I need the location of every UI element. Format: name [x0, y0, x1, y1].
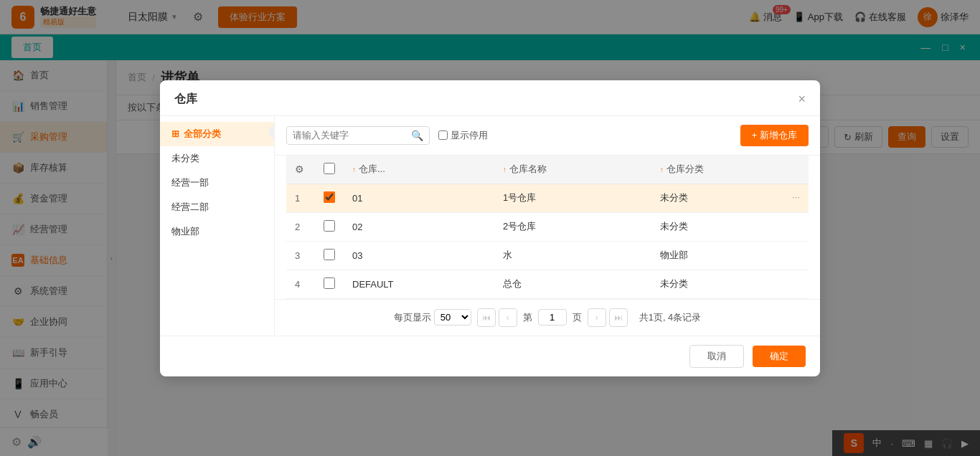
- row-category: 未分类: [651, 270, 809, 298]
- row-name: 总仓: [494, 270, 651, 298]
- row-category: 未分类: [651, 212, 809, 241]
- warehouse-toolbar: 🔍 显示停用 + 新增仓库: [275, 116, 820, 156]
- page-prefix: 第: [523, 311, 532, 324]
- last-page-button[interactable]: ⏭: [609, 308, 628, 327]
- table-header: ⚙ ↑ 仓库...: [286, 156, 809, 184]
- row-num: 3: [286, 241, 315, 270]
- dialog-body: 《 ⊞ 全部分类 未分类 经营一部 经营二部 物业部: [160, 116, 820, 336]
- prev-page-button[interactable]: ‹: [499, 308, 517, 327]
- search-input[interactable]: [293, 130, 407, 141]
- row-code: 03: [344, 241, 494, 270]
- category-label: 未分类: [171, 152, 199, 165]
- search-box[interactable]: 🔍: [286, 126, 430, 145]
- warehouse-table: ⚙ ↑ 仓库...: [286, 156, 809, 299]
- show-disabled-label: 显示停用: [451, 129, 488, 142]
- row-checkbox[interactable]: [324, 277, 335, 289]
- th-name-label: 仓库名称: [509, 163, 547, 176]
- per-page-label: 每页显示: [394, 311, 431, 324]
- page-nav: ⏮ ‹ 第 页 › ⏭: [477, 308, 628, 327]
- category-label: 全部分类: [184, 128, 221, 141]
- dialog-overlay: 仓库 × 《 ⊞ 全部分类 未分类 经营一部 经营二部: [0, 0, 980, 456]
- dialog-close-button[interactable]: ×: [798, 92, 806, 105]
- row-num: 4: [286, 270, 315, 298]
- sort-icon: ↑: [352, 166, 356, 174]
- page-size-select[interactable]: 每页显示 50 20 100: [394, 309, 471, 326]
- th-checkbox: [315, 156, 344, 184]
- page-unit: 页: [573, 311, 582, 324]
- category-item-all[interactable]: ⊞ 全部分类: [160, 122, 274, 146]
- per-page-dropdown[interactable]: 50 20 100: [434, 309, 471, 326]
- category-panel: 《 ⊞ 全部分类 未分类 经营一部 经营二部 物业部: [160, 116, 275, 336]
- row-category: 未分类···: [651, 184, 809, 212]
- row-checkbox-cell: [315, 270, 344, 298]
- add-warehouse-button[interactable]: + 新增仓库: [740, 125, 809, 146]
- warehouse-tbody: 1 01 1号仓库 未分类··· 2 02 2号仓库 未分类 3 03 水 物业…: [286, 184, 809, 298]
- th-settings[interactable]: ⚙: [286, 156, 315, 184]
- next-page-button[interactable]: ›: [588, 308, 606, 327]
- row-num: 1: [286, 184, 315, 212]
- table-row[interactable]: 3 03 水 物业部: [286, 241, 809, 270]
- category-item-unclassified[interactable]: 未分类: [160, 146, 274, 171]
- row-name: 2号仓库: [494, 212, 651, 241]
- select-all-checkbox[interactable]: [324, 163, 335, 174]
- th-name: ↑ 仓库名称: [494, 156, 651, 184]
- confirm-button[interactable]: 确定: [753, 346, 806, 367]
- category-icon: ⊞: [171, 128, 179, 139]
- row-category: 物业部: [651, 241, 809, 270]
- warehouse-list-panel: 🔍 显示停用 + 新增仓库 ⚙: [275, 116, 820, 336]
- cancel-button[interactable]: 取消: [689, 345, 744, 368]
- row-code: 01: [344, 184, 494, 212]
- th-category-label: 仓库分类: [666, 163, 704, 176]
- row-checkbox-cell: [315, 212, 344, 241]
- row-name: 水: [494, 241, 651, 270]
- row-checkbox[interactable]: [324, 220, 335, 232]
- more-icon[interactable]: ···: [792, 191, 800, 202]
- warehouse-dialog: 仓库 × 《 ⊞ 全部分类 未分类 经营一部 经营二部: [160, 80, 820, 376]
- row-checkbox-cell: [315, 184, 344, 212]
- table-row[interactable]: 4 DEFAULT 总仓 未分类: [286, 270, 809, 298]
- category-item-ops1[interactable]: 经营一部: [160, 171, 274, 195]
- search-icon[interactable]: 🔍: [411, 130, 423, 141]
- row-num: 2: [286, 212, 315, 241]
- th-code: ↑ 仓库...: [344, 156, 494, 184]
- category-item-property[interactable]: 物业部: [160, 219, 274, 244]
- row-code: 02: [344, 212, 494, 241]
- row-name: 1号仓库: [494, 184, 651, 212]
- show-disabled-checkbox[interactable]: 显示停用: [438, 129, 488, 142]
- total-info: 共1页, 4条记录: [639, 311, 702, 324]
- dialog-header: 仓库 ×: [160, 80, 820, 116]
- dialog-title: 仓库: [174, 92, 197, 107]
- category-label: 物业部: [171, 225, 199, 238]
- category-label: 经营二部: [171, 201, 209, 214]
- gear-icon[interactable]: ⚙: [295, 163, 304, 175]
- row-code: DEFAULT: [344, 270, 494, 298]
- dialog-footer: 取消 确定: [160, 336, 820, 376]
- sort-icon-name: ↑: [503, 166, 507, 174]
- row-checkbox[interactable]: [324, 191, 335, 203]
- category-label: 经营一部: [171, 176, 209, 189]
- table-row[interactable]: 2 02 2号仓库 未分类: [286, 212, 809, 241]
- th-code-label: 仓库...: [359, 163, 385, 176]
- row-checkbox-cell: [315, 241, 344, 270]
- table-row[interactable]: 1 01 1号仓库 未分类···: [286, 184, 809, 212]
- th-category: ↑ 仓库分类: [651, 156, 809, 184]
- row-checkbox[interactable]: [324, 249, 335, 260]
- pagination: 每页显示 50 20 100 ⏮ ‹ 第 页 ›: [275, 299, 820, 336]
- show-disabled-check[interactable]: [438, 130, 448, 140]
- first-page-button[interactable]: ⏮: [477, 308, 496, 327]
- page-input[interactable]: [538, 309, 567, 326]
- category-item-ops2[interactable]: 经营二部: [160, 195, 274, 219]
- warehouse-table-wrap: ⚙ ↑ 仓库...: [275, 156, 820, 299]
- sort-icon-category: ↑: [660, 166, 664, 174]
